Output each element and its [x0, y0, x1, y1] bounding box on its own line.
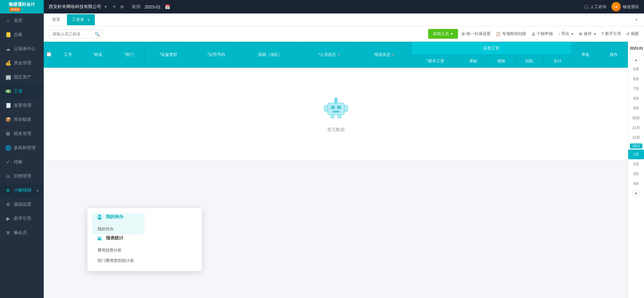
settings-icon[interactable]: ⚙ — [120, 4, 124, 9]
month-item-6[interactable]: 6月 — [628, 74, 644, 84]
sidebar-item-member[interactable]: V 畅会员 — [0, 226, 44, 240]
export-icon: ↑ — [558, 32, 560, 36]
col-status: *人员状态 ▼ — [301, 42, 358, 68]
company-selector[interactable]: 西安虾米网络科技有限公司 ▼ + ⚙ 账期 2023-01 📅 — [44, 4, 175, 10]
sidebar-item-xiaochang[interactable]: G 小畅报销 ◀ — [0, 183, 44, 197]
service-btn[interactable]: 🎧 人工咨询 — [584, 4, 606, 10]
svg-rect-2 — [337, 106, 341, 109]
month-nav-down[interactable]: ▼ — [633, 190, 640, 197]
sidebar-label-salary: 工资 — [14, 88, 23, 94]
month-item-12[interactable]: 12月 — [628, 133, 644, 142]
app-name: 畅捷通好会计 — [9, 2, 35, 7]
sidebar-item-salary[interactable]: 💵 工资 — [0, 84, 44, 98]
svg-rect-15 — [99, 237, 100, 240]
sidebar-item-inventory[interactable]: 📦 库存核算 — [0, 112, 44, 127]
month-item-2[interactable]: 2月 — [628, 159, 644, 169]
col-nationality: 国籍（地区） — [240, 42, 301, 68]
month-item-5[interactable]: 5月 — [628, 64, 644, 74]
sidebar-label-tax: 税务管理 — [14, 131, 31, 137]
special-deduct-btn[interactable]: 📋 专项附加扣除 — [496, 31, 526, 37]
report-filter-icon[interactable]: ▼ — [391, 53, 395, 57]
social-security-btn[interactable]: ⚙ 统一社保设置 — [461, 31, 491, 37]
sidebar-item-ledger[interactable]: 📒 总账 — [0, 28, 44, 42]
app-badge: 旗舰版 — [9, 7, 21, 11]
tab-close-btn[interactable]: × — [87, 18, 90, 22]
svg-rect-8 — [331, 115, 334, 118]
operate-icon: ⚙ — [579, 32, 582, 36]
month-item-9[interactable]: 9月 — [628, 103, 644, 113]
sidebar-item-basic[interactable]: ⚙ 基础设置 — [0, 197, 44, 211]
svg-rect-14 — [98, 238, 99, 240]
cloud-icon: ☁ — [5, 46, 11, 52]
add-company-btn[interactable]: + — [113, 4, 116, 10]
month-item-4[interactable]: 4月 — [628, 179, 644, 189]
social-security-icon: ⚙ — [461, 32, 465, 36]
svg-rect-3 — [333, 111, 339, 112]
sidebar-item-settle[interactable]: ✓ 结账 — [0, 155, 44, 169]
year-2023-badge: 2023 — [630, 143, 643, 148]
status-filter-icon[interactable]: ▼ — [337, 53, 341, 57]
sidebar-item-cloud[interactable]: ☁ 云报表中心 — [0, 42, 44, 56]
month-item-11[interactable]: 11月 — [628, 123, 644, 133]
refresh-btn[interactable]: ↺ 刷新 — [626, 31, 639, 37]
user-area[interactable]: CE 畅捷通组 — [611, 2, 639, 11]
sidebar-item-tax[interactable]: 🏛 税务管理 — [0, 127, 44, 141]
calendar-icon[interactable]: 📅 — [165, 4, 170, 9]
select-all-checkbox[interactable] — [47, 52, 51, 57]
sidebar-label-invoice: 发票管理 — [14, 102, 31, 108]
popup-section-todo: 我的待办 我的待办 — [92, 213, 145, 234]
tab-home[interactable]: 首页 — [47, 14, 65, 25]
popup-item-my-todo[interactable]: 我的待办 — [96, 224, 141, 234]
sidebar-item-fund[interactable]: 💰 资金管理 — [0, 56, 44, 70]
sidebar-item-multi[interactable]: 🌐 多机构管理 — [0, 141, 44, 155]
sidebar-item-assets[interactable]: 🏢 固定资产 — [0, 70, 44, 84]
col-operations: 操作 — [600, 42, 628, 68]
col-checkbox — [44, 42, 54, 68]
sidebar-item-guide[interactable]: ▶ 新手引导 — [0, 211, 44, 226]
popup-divider — [146, 213, 147, 234]
add-person-btn[interactable]: 添加人员 ▼ — [428, 29, 458, 39]
empty-state: 暂无数据 — [44, 68, 628, 160]
col-total: 合计 — [543, 55, 572, 68]
popup-menu: 我的待办 我的待办 — [87, 208, 202, 271]
popup-item-cost-trend[interactable]: 费用趋势分析 — [96, 245, 141, 256]
sidebar-label-fund: 资金管理 — [14, 60, 31, 66]
tax-return-btn[interactable]: 🖨 个税申报 — [531, 31, 553, 37]
sidebar-label-guide: 新手引导 — [14, 216, 31, 222]
xiaochang-expand-icon: ◀ — [36, 189, 39, 192]
tab-panel-close-btn[interactable]: × — [632, 17, 641, 23]
sidebar-item-home[interactable]: ⌂ 首页 — [0, 13, 44, 28]
sidebar-item-invoice[interactable]: 🧾 发票管理 — [0, 98, 44, 112]
month-nav-up[interactable]: ▲ — [633, 56, 640, 63]
col-dept: *部门 — [113, 42, 145, 68]
content-area: 首页 工资表 × × 🔍 添加人员 ▼ ⚙ 统一社保设置 — [44, 13, 644, 298]
col-name: *姓名 — [82, 42, 113, 68]
operate-btn[interactable]: ⚙ 操作 ▼ — [579, 31, 596, 37]
multi-icon: 🌐 — [5, 145, 11, 151]
svg-point-5 — [335, 98, 337, 100]
month-item-3[interactable]: 3月 — [628, 169, 644, 179]
search-icon[interactable]: 🔍 — [94, 31, 100, 36]
month-item-8[interactable]: 8月 — [628, 94, 644, 103]
logo: 畅捷通好会计 旗舰版 — [0, 0, 44, 13]
refresh-icon: ↺ — [626, 32, 630, 36]
popup-item-dept-cost[interactable]: 部门费用类型统计表 — [96, 256, 141, 266]
home-icon: ⌂ — [5, 18, 11, 23]
popup-section-report: 报表统计 费用趋势分析 部门费用类型统计表 — [92, 234, 145, 266]
username: 畅捷通组 — [623, 4, 639, 10]
salary-table: 工号 *姓名 *部门 *证鉴类型 *证照号码 国籍（地区） *人员状态 ▼ — [44, 42, 628, 160]
sidebar-item-archive[interactable]: 🗂 归档管理 — [0, 169, 44, 183]
tab-bar: 首页 工资表 × × — [44, 13, 644, 26]
month-item-10[interactable]: 10月 — [628, 113, 644, 123]
month-item-7[interactable]: 7月 — [628, 84, 644, 94]
export-btn[interactable]: ↑ 导出 ▼ — [558, 31, 574, 37]
tab-salary-table[interactable]: 工资表 × — [67, 14, 95, 25]
company-dropdown-icon[interactable]: ▼ — [104, 5, 107, 9]
svg-rect-0 — [328, 103, 344, 115]
new-guide-btn[interactable]: ? 新手引导 — [601, 31, 621, 37]
sidebar: ⌂ 首页 📒 总账 ☁ 云报表中心 💰 资金管理 🏢 固定资产 💵 工资 🧾 发… — [0, 13, 44, 298]
user-avatar: CE — [611, 2, 621, 11]
service-label: 人工咨询 — [590, 4, 606, 10]
month-item-1[interactable]: 1月 — [628, 150, 644, 159]
svg-rect-6 — [324, 105, 328, 111]
